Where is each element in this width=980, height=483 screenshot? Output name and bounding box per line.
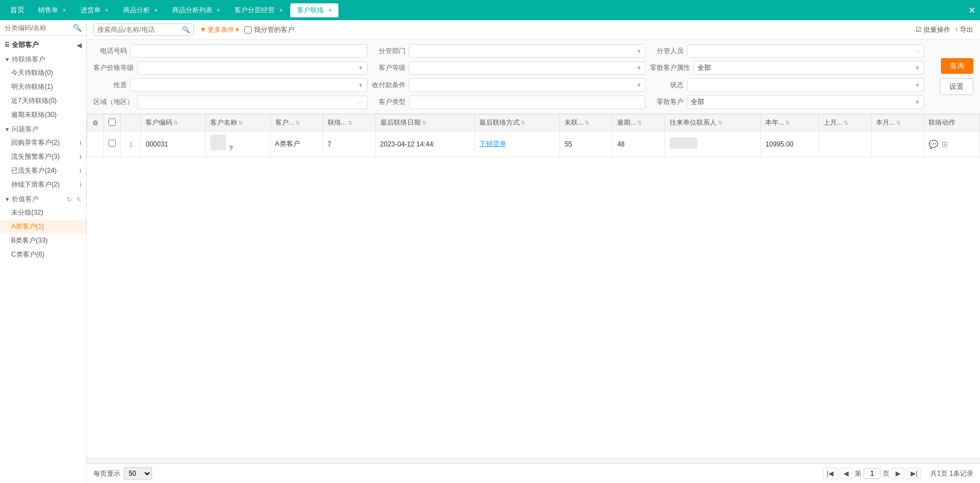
sidebar-item-tomorrow[interactable]: 明天待联络(1) [0,80,86,94]
sort-icon[interactable]: ⇅ [422,120,426,126]
close-icon[interactable]: × [105,7,109,13]
th-uncontacted[interactable]: 未联... ⇅ [560,115,613,131]
edit-icon[interactable]: ✎ [76,196,82,203]
settings-button[interactable]: 设置 [940,78,973,95]
sidebar-header: ⠿ 全部客户 ◀ [0,36,86,52]
payment-dropdown[interactable]: ▼ [409,78,646,92]
qr-icon[interactable]: ⊞ [941,140,948,149]
sort-icon[interactable]: ⇅ [844,120,848,126]
select-all-checkbox[interactable] [109,119,116,126]
sort-icon[interactable]: ⇅ [896,120,901,126]
nature-dropdown[interactable]: ▼ [130,78,368,92]
my-customers-checkbox-label[interactable]: 我分管的客户 [244,25,294,35]
th-unit-contact[interactable]: 往来单位联系人 ⇅ [665,115,761,131]
sidebar-search-input[interactable] [4,24,73,32]
page-input[interactable] [864,468,880,479]
sort-icon[interactable]: ⇅ [637,120,642,126]
sort-icon[interactable]: ⇅ [348,120,352,126]
nav-tab-analysis[interactable]: 商品分析 × [116,3,164,17]
th-type[interactable]: 客户... ⇅ [270,115,323,131]
retail-attr-dropdown[interactable]: 全部 ▼ [694,61,924,75]
th-checkbox[interactable] [104,115,121,131]
more-conditions-btn[interactable]: ▼ 更多条件 ▾ [200,25,239,35]
sidebar-item-unclassified[interactable]: 未分组(32) [0,206,86,220]
status-dropdown[interactable]: ▼ [687,78,924,92]
my-customers-checkbox[interactable] [244,26,252,34]
advanced-filters: 电话号码 分管部门 ▼ 分管人员 [87,40,980,114]
sidebar-item-overdue[interactable]: 逾期未联络(30) [0,108,86,122]
th-last-month[interactable]: 上月... ⇅ [818,115,871,131]
close-icon[interactable]: × [217,7,220,13]
sidebar-item-repurchase-abnormal[interactable]: 回购异常客户(2) ℹ [0,136,86,150]
th-this-year[interactable]: 本年... ⇅ [761,115,818,131]
sort-icon[interactable]: ⇅ [238,120,243,126]
dept-dropdown[interactable]: ▼ [409,44,646,58]
sort-icon[interactable]: ⇅ [585,120,589,126]
nav-home[interactable]: 首页 [4,3,30,17]
nav-tab-purchase[interactable]: 进货单 × [74,3,115,17]
sidebar-item-class-c[interactable]: C类客户(6) [0,248,86,262]
nav-tab-analysis-list[interactable]: 商品分析列表 × [166,3,227,17]
sort-icon[interactable]: ⇅ [785,120,790,126]
query-button[interactable]: 查询 [941,58,973,74]
sort-icon[interactable]: ⇅ [718,120,722,126]
last-page-btn[interactable]: ▶| [907,468,921,479]
per-page-select[interactable]: 50 100 200 [124,467,152,480]
sidebar-item-declining[interactable]: 持续下滑客户(2) ℹ [0,178,86,192]
manager-input[interactable]: ··· [687,44,924,58]
sidebar-item-churn-warning[interactable]: 流失预警客户(3) ℹ [0,150,86,164]
sidebar-item-today[interactable]: 今天待联络(0) [0,66,86,80]
sidebar: 🔍 ⠿ 全部客户 ◀ ▼ 待联络客户 今天待联络(0) 明天待联络(1) 近7天… [0,20,87,483]
sidebar-item-churned[interactable]: 已流失客户(24) ℹ [0,164,86,178]
export-btn[interactable]: ↑ 导出 [955,25,973,35]
phone-input[interactable] [130,44,368,58]
nav-tab-customer-tier[interactable]: 客户分层经营 × [228,3,289,17]
cust-grade-dropdown[interactable]: ▼ [409,61,646,75]
horizontal-scrollbar[interactable] [87,458,980,463]
prev-page-btn[interactable]: ◀ [840,468,852,479]
th-name[interactable]: 客户名称 ⇅ [206,115,271,131]
cust-type-input[interactable] [409,96,646,109]
more-icon[interactable]: ··· [358,98,364,106]
close-icon[interactable]: × [63,7,66,13]
more-icon[interactable]: ··· [915,47,920,55]
dept-label: 分管部门 [372,46,406,56]
th-gear[interactable]: ⚙ [87,115,104,131]
sort-icon[interactable]: ⇅ [295,120,300,126]
window-close-icon[interactable]: ✕ [968,5,976,16]
filter-cell-payment: 收付款条件 ▼ [372,78,646,92]
th-last-date[interactable]: 最后联络日期 ⇅ [375,115,474,131]
th-this-month[interactable]: 本月... ⇅ [871,115,924,131]
th-code[interactable]: 客户编码 ⇅ [141,115,206,131]
first-page-btn[interactable]: |◀ [823,468,837,479]
retail-dropdown[interactable]: 全部 ▼ [687,95,924,109]
message-icon[interactable]: 💬 [929,140,938,149]
batch-ops-btn[interactable]: ☑ 批量操作 [916,25,950,35]
nav-tab-customer-contact[interactable]: 客户联络 × [290,3,338,17]
search-icon[interactable]: 🔍 [73,23,82,32]
sidebar-item-class-b[interactable]: B类客户(33) [0,234,86,248]
filter-right-actions: ☑ 批量操作 ↑ 导出 [916,25,973,35]
collapse-icon[interactable]: ◀ [77,41,82,49]
td-checkbox[interactable] [104,131,121,157]
search-icon[interactable]: 🔍 [182,26,190,34]
sidebar-item-class-a[interactable]: A类客户(1) [0,220,86,234]
last-method-link[interactable]: 下销货单 [479,140,506,148]
gear-icon[interactable]: ⚙ [92,119,98,127]
th-last-method[interactable]: 最后联络方式 ⇅ [474,115,560,131]
sort-icon[interactable]: ⇅ [521,120,525,126]
close-icon[interactable]: × [279,7,282,13]
sort-icon[interactable]: ⇅ [173,120,178,126]
refresh-icon[interactable]: ↻ [67,196,72,203]
row-checkbox[interactable] [109,140,116,147]
th-contact[interactable]: 联络... ⇅ [323,115,375,131]
nav-tab-sales[interactable]: 销售单 × [31,3,73,17]
search-input[interactable] [97,26,182,34]
region-input[interactable]: ··· [137,96,368,109]
close-icon[interactable]: × [328,7,332,13]
th-overdue[interactable]: 逾期... ⇅ [613,115,665,131]
close-icon[interactable]: × [154,7,158,13]
sidebar-item-7days[interactable]: 近7天待联络(0) [0,94,86,108]
next-page-btn[interactable]: ▶ [892,468,904,479]
price-grade-dropdown[interactable]: ▼ [137,61,368,75]
